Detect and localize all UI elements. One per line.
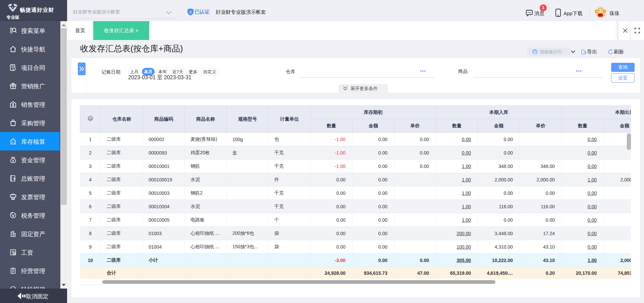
svg-text:企: 企 [189, 10, 192, 14]
